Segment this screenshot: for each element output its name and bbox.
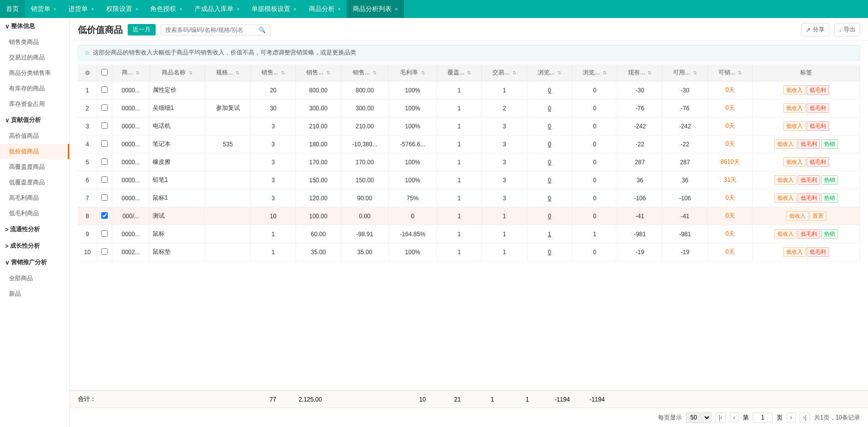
row-gross-rate: 100% [389, 117, 437, 135]
row-checkbox[interactable] [101, 140, 108, 147]
chevron-icon: ∨ [5, 23, 9, 30]
row-checkbox-cell[interactable] [97, 189, 112, 207]
nav-close-icon[interactable]: × [91, 6, 94, 12]
row-checkbox[interactable] [101, 230, 108, 237]
nav-close-icon[interactable]: × [338, 6, 341, 12]
sidebar-group-header[interactable]: ∨ 贡献值分析 [0, 112, 69, 128]
row-spec [205, 207, 250, 225]
row-checkbox[interactable] [101, 212, 108, 219]
sidebar-group-header[interactable]: ∨ 整体信息 [0, 18, 69, 34]
last-page-button[interactable]: ›| [800, 413, 810, 423]
tag: 低毛利 [798, 229, 820, 239]
select-all-checkbox[interactable] [101, 69, 108, 75]
row-checkbox[interactable] [101, 194, 108, 201]
row-trade: 2 [482, 99, 527, 117]
sidebar-item[interactable]: 高价值商品 [0, 128, 69, 144]
export-button[interactable]: ↓ 导出 [834, 23, 860, 36]
row-coverage: 1 [436, 171, 482, 189]
row-gross-rate: 100% [389, 171, 437, 189]
first-page-button[interactable]: |‹ [715, 413, 726, 423]
row-view2: 0 [572, 189, 618, 207]
sidebar-item[interactable]: 低覆盖度商品 [0, 175, 69, 190]
table-row: 9 0000... 鼠标 1 60.00 -98.91 -164.85% 1 1… [78, 225, 860, 243]
row-checkbox[interactable] [101, 176, 108, 183]
tag: 低毛利 [807, 85, 829, 95]
sidebar-item[interactable]: 库存资金占用 [0, 96, 69, 112]
nav-close-icon[interactable]: × [179, 6, 182, 12]
sidebar-item[interactable]: 交易过的商品 [0, 50, 69, 65]
col-available: 可用... ⇅ [662, 64, 708, 81]
col-gear[interactable]: ⚙ [78, 64, 97, 81]
sidebar-item[interactable]: 有库存的商品 [0, 81, 69, 96]
nav-item[interactable]: 角色授权× [144, 0, 188, 18]
sidebar-group-header[interactable]: ∨ 营销推广分析 [0, 254, 69, 271]
sidebar-item[interactable]: 高毛利商品 [0, 190, 69, 206]
row-checkbox[interactable] [101, 86, 108, 93]
nav-item[interactable]: 商品分析列表× [347, 0, 404, 18]
row-name: 铅笔1 [149, 171, 205, 189]
row-checkbox-cell[interactable] [97, 81, 112, 99]
share-button[interactable]: ↗ 分享 [801, 23, 829, 36]
gear-icon[interactable]: ⚙ [85, 69, 90, 76]
sidebar-item[interactable]: 新品 [0, 286, 69, 302]
sidebar-group-header[interactable]: > 流通性分析 [0, 221, 69, 238]
tag: 低毛利 [807, 247, 829, 257]
col-sales-qty: 销售... ⇅ [250, 64, 296, 81]
nav-close-icon[interactable]: × [135, 6, 138, 12]
nav-item[interactable]: 销货单× [25, 0, 62, 18]
search-input[interactable] [165, 26, 258, 33]
row-index: 1 [78, 81, 97, 99]
next-page-button[interactable]: › [787, 413, 796, 423]
row-checkbox-cell[interactable] [97, 153, 112, 171]
sidebar-item[interactable]: 低价值商品 [0, 144, 69, 159]
notice-text: 这部分商品的销售收入大幅低于商品平均销售收入，价值不高，可考虑调整营销策略，或是… [93, 48, 356, 57]
nav-item[interactable]: 商品分析× [303, 0, 347, 18]
sidebar-item[interactable]: 低毛利商品 [0, 206, 69, 221]
row-sales-qty: 10 [250, 207, 296, 225]
row-checkbox-cell[interactable] [97, 207, 112, 225]
table-row: 2 0000... 吴细细1 参加复试 30 300.00 300.00 100… [78, 99, 860, 117]
row-name: 橡皮擦 [149, 153, 205, 171]
row-sales-amt: 300.00 [296, 99, 341, 117]
sidebar-group-header[interactable]: > 成长性分析 [0, 238, 69, 254]
row-checkbox[interactable] [101, 158, 108, 165]
nav-item[interactable]: 产成品入库单× [189, 0, 245, 18]
row-checkbox[interactable] [101, 122, 108, 129]
nav-item[interactable]: 首页 [0, 0, 25, 18]
nav-item[interactable]: 单据模板设置× [245, 0, 302, 18]
row-checkbox-cell[interactable] [97, 243, 112, 261]
nav-close-icon[interactable]: × [293, 6, 296, 12]
row-checkbox-cell[interactable] [97, 135, 112, 153]
row-sales-qty: 3 [250, 135, 296, 153]
row-checkbox[interactable] [101, 248, 108, 255]
time-filter-button[interactable]: 近一月 [128, 24, 156, 35]
sidebar-item[interactable]: 销售类商品 [0, 34, 69, 50]
chevron-icon: ∨ [5, 259, 9, 266]
row-sales-amt: 180.00 [296, 135, 341, 153]
row-checkbox-cell[interactable] [97, 99, 112, 117]
nav-close-icon[interactable]: × [53, 6, 56, 12]
sidebar-item[interactable]: 商品分类销售率 [0, 65, 69, 81]
prev-page-button[interactable]: ‹ [730, 413, 739, 423]
nav-close-icon[interactable]: × [236, 6, 239, 12]
row-current: -981 [617, 225, 662, 243]
nav-item[interactable]: 权限设置× [100, 0, 144, 18]
data-table: ⚙ 商... ⇅ 商品名称 ⇅ 规格... ⇅ 销售... ⇅ 销售... ⇅ … [78, 64, 860, 261]
sidebar-item[interactable]: 全部商品 [0, 271, 69, 286]
page-size-select[interactable]: 50 20 100 [686, 412, 711, 423]
row-checkbox-cell[interactable] [97, 171, 112, 189]
tag: 热销 [821, 175, 838, 185]
tag: 低收入 [774, 229, 797, 239]
row-checkbox[interactable] [101, 104, 108, 111]
row-code: 0002... [112, 243, 150, 261]
row-code: 0000... [112, 99, 150, 117]
nav-close-icon[interactable]: × [395, 6, 398, 12]
row-checkbox-cell[interactable] [97, 225, 112, 243]
sidebar-item[interactable]: 高覆盖度商品 [0, 159, 69, 175]
nav-item[interactable]: 进货单× [62, 0, 100, 18]
page-number-input[interactable] [753, 413, 773, 423]
search-icon[interactable]: 🔍 [258, 26, 266, 33]
row-checkbox-cell[interactable] [97, 117, 112, 135]
row-coverage: 1 [436, 153, 482, 171]
row-sales-avg: 0.00 [341, 207, 389, 225]
